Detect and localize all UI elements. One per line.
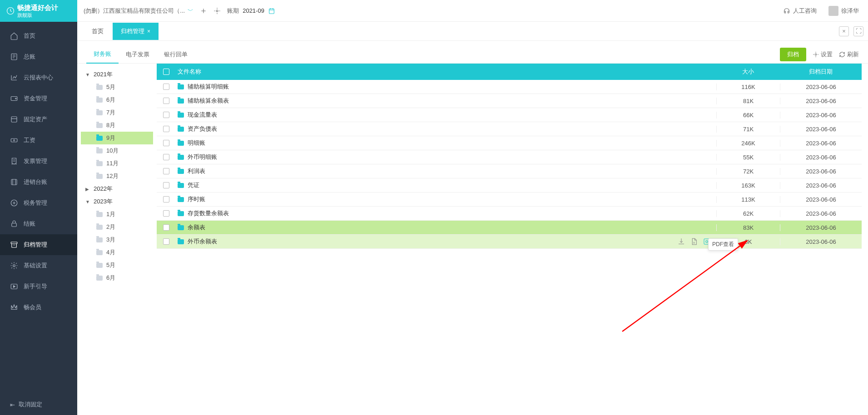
nav-report[interactable]: 云报表中心 [0, 67, 77, 88]
table-row[interactable]: 余额表83K2023-06-06 [157, 221, 862, 235]
subtab-finance[interactable]: 财务账 [86, 45, 119, 64]
table-header: 文件名称 大小 归档日期 [157, 64, 862, 80]
nav-member[interactable]: 畅会员 [0, 297, 77, 318]
table-row[interactable]: 存货数量余额表62K2023-06-06 [157, 207, 862, 221]
nav-guide[interactable]: 新手引导 [0, 276, 77, 297]
nav-salary[interactable]: 工资 [0, 130, 77, 151]
support-link[interactable]: 人工咨询 [780, 5, 819, 17]
tree-month[interactable]: 6月 [81, 272, 153, 284]
archive-button[interactable]: 归档 [780, 48, 806, 61]
nav-home[interactable]: 首页 [0, 25, 77, 46]
tree-year-2022[interactable]: ▶2022年 [81, 183, 153, 195]
play-icon [10, 282, 18, 291]
add-button[interactable] [200, 7, 207, 15]
tree-month[interactable]: 11月 [81, 157, 153, 170]
table-row[interactable]: 辅助核算余额表81K2023-06-06 [157, 94, 862, 108]
subtab-label: 电子发票 [126, 51, 149, 58]
period-selector[interactable]: 账期 2021-09 [227, 7, 275, 15]
file-folder-icon [178, 225, 184, 230]
tab-close-all[interactable]: × [839, 26, 849, 36]
tree-year-2021[interactable]: ▼2021年 [81, 68, 153, 81]
checkbox[interactable] [163, 210, 169, 217]
file-size: 163K [716, 182, 780, 189]
subtab-label: 财务账 [94, 50, 111, 57]
checkbox[interactable] [163, 238, 169, 245]
folder-icon [96, 98, 103, 103]
svg-rect-0 [11, 54, 17, 60]
tree-month[interactable]: 4月 [81, 246, 153, 259]
folder-icon [96, 225, 103, 230]
subtab-einvoice[interactable]: 电子发票 [119, 46, 157, 63]
tree-month[interactable]: 12月 [81, 170, 153, 183]
checkbox[interactable] [163, 84, 169, 90]
nav-funds[interactable]: 资金管理 [0, 88, 77, 109]
tree-month-active[interactable]: 9月 [81, 132, 153, 144]
table-row[interactable]: 明细账246K2023-06-06 [157, 136, 862, 150]
pdf-icon[interactable] [690, 237, 698, 246]
topbar: (勿删）江西服宝精品有限责任公司（... ﹀ 账期 2021-09 人工咨询 徐… [77, 0, 868, 22]
tree-label: 12月 [106, 172, 119, 180]
receipt-icon [10, 157, 18, 165]
file-name: 凭证 [188, 181, 199, 189]
tree-month[interactable]: 10月 [81, 144, 153, 157]
sidebar-unpin[interactable]: ⇤ 取消固定 [0, 394, 77, 415]
tree-month[interactable]: 3月 [81, 233, 153, 246]
tree-label: 2022年 [94, 185, 113, 193]
close-icon[interactable]: × [147, 28, 150, 35]
tree-month[interactable]: 2月 [81, 221, 153, 233]
nav-invoice[interactable]: 发票管理 [0, 151, 77, 172]
checkbox[interactable] [163, 140, 169, 146]
user-menu[interactable]: 徐泽华 [826, 4, 862, 18]
tree-month[interactable]: 1月 [81, 208, 153, 221]
table-row[interactable]: 序时账113K2023-06-06 [157, 193, 862, 207]
nav-closing[interactable]: 结账 [0, 213, 77, 234]
checkbox-all[interactable] [163, 69, 169, 75]
table-row[interactable]: 外币余额表PDF查看8K2023-06-06 [157, 235, 862, 249]
subtab-bank[interactable]: 银行回单 [157, 46, 195, 63]
file-date: 2023-06-06 [780, 84, 862, 90]
tree-year-2023[interactable]: ▼2023年 [81, 195, 153, 208]
tree-month[interactable]: 8月 [81, 119, 153, 132]
tree-month[interactable]: 5月 [81, 81, 153, 94]
checkbox[interactable] [163, 168, 169, 174]
refresh-link[interactable]: 刷新 [839, 50, 859, 59]
checkbox[interactable] [163, 224, 169, 231]
fullscreen-button[interactable]: ⛶ [853, 26, 863, 36]
table-row[interactable]: 资产负债表71K2023-06-06 [157, 122, 862, 136]
table-row[interactable]: 利润表72K2023-06-06 [157, 164, 862, 178]
file-table: 文件名称 大小 归档日期 辅助核算明细账116K2023-06-06辅助核算余额… [157, 64, 868, 415]
tab-home[interactable]: 首页 [84, 23, 112, 40]
settings-link[interactable]: 设置 [813, 50, 833, 59]
file-size: 55K [716, 154, 780, 161]
file-size: 83K [716, 224, 780, 231]
year-tree: ▼2021年 5月 6月 7月 8月 9月 10月 11月 12月 ▶2022年… [77, 64, 157, 415]
folder-icon [96, 161, 103, 166]
nav-settings[interactable]: 基础设置 [0, 255, 77, 276]
tab-archive[interactable]: 归档管理× [113, 23, 159, 40]
download-icon[interactable] [677, 237, 685, 246]
nav-asset[interactable]: 固定资产 [0, 109, 77, 130]
nav-inventory[interactable]: 进销台账 [0, 172, 77, 193]
nav-tax[interactable]: 税务管理 [0, 193, 77, 213]
table-row[interactable]: 外币明细账55K2023-06-06 [157, 150, 862, 164]
company-selector[interactable]: (勿删）江西服宝精品有限责任公司（... ﹀ [84, 7, 193, 15]
folder-icon [96, 148, 103, 153]
checkbox[interactable] [163, 182, 169, 188]
tree-month[interactable]: 6月 [81, 94, 153, 106]
checkbox[interactable] [163, 154, 169, 160]
table-row[interactable]: 辅助核算明细账116K2023-06-06 [157, 80, 862, 94]
settings-icon[interactable] [213, 7, 221, 15]
header-name: 文件名称 [176, 68, 716, 76]
checkbox[interactable] [163, 98, 169, 104]
nav-archive[interactable]: 归档管理 [0, 234, 77, 255]
checkbox[interactable] [163, 112, 169, 118]
table-row[interactable]: 现金流量表66K2023-06-06 [157, 108, 862, 122]
table-row[interactable]: 凭证163K2023-06-06 [157, 178, 862, 193]
nav-label: 工资 [24, 136, 35, 144]
checkbox[interactable] [163, 196, 169, 203]
checkbox[interactable] [163, 126, 169, 132]
tree-month[interactable]: 5月 [81, 259, 153, 272]
nav-ledger[interactable]: 总账 [0, 46, 77, 67]
tree-label: 5月 [106, 83, 115, 91]
tree-month[interactable]: 7月 [81, 106, 153, 119]
